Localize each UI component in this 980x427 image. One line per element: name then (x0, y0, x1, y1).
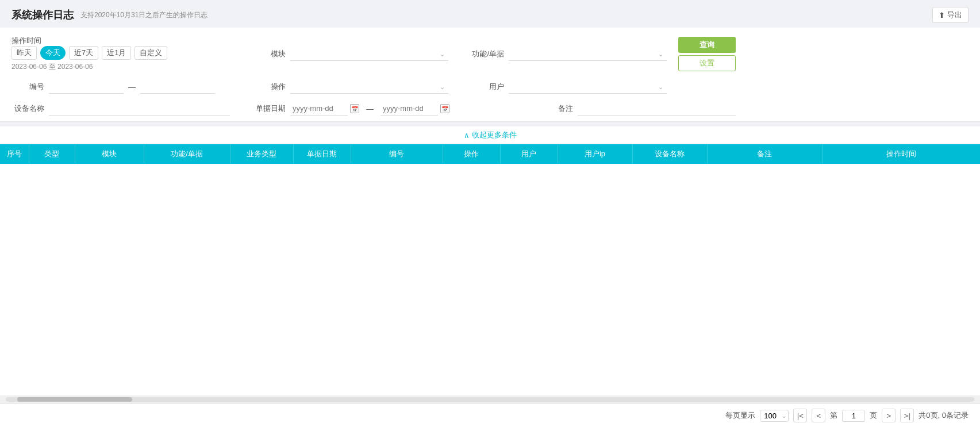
docdate-filter-section: 单据日期 📅 — 📅 (230, 102, 517, 116)
num-dash: — (124, 83, 140, 91)
remark-label: 备注 (540, 103, 578, 114)
op-label: 操作 (253, 82, 290, 92)
scrollbar-thumb[interactable] (17, 397, 132, 402)
op-select-wrap: ⌄ (290, 80, 448, 94)
action-buttons: 查询 设置 (667, 37, 736, 71)
col-num: 编号 (351, 144, 443, 164)
settings-button[interactable]: 设置 (678, 55, 736, 71)
col-op: 操作 (443, 144, 500, 164)
time-filter-section: 操作时间 昨天 今天 近7天 近1月 自定义 2023-06-06 至 2023… (11, 36, 230, 72)
module-filter-section: 模块 ⌄ (230, 47, 448, 61)
col-device: 设备名称 (632, 144, 707, 164)
remark-filter-section: 备注 (517, 102, 736, 116)
collapse-button[interactable]: ∧ 收起更多条件 (464, 130, 517, 140)
per-page-select[interactable]: 10 20 50 100 200 (760, 410, 789, 422)
export-label: 导出 (947, 10, 962, 20)
page-prev-button[interactable]: < (812, 409, 825, 422)
func-select-wrap: ⌄ (509, 47, 667, 61)
col-type: 类型 (29, 144, 75, 164)
page-suffix: 页 (870, 410, 877, 421)
device-input[interactable] (49, 102, 230, 116)
time-btn-custom[interactable]: 自定义 (134, 46, 167, 60)
filter-row-1: 操作时间 昨天 今天 近7天 近1月 自定义 2023-06-06 至 2023… (11, 36, 969, 72)
filter-row-3: 设备名称 单据日期 📅 — 📅 备注 (11, 102, 969, 116)
per-page-label: 每页显示 (725, 410, 755, 421)
page-title: 系统操作日志 (11, 8, 74, 22)
docdate-label: 单据日期 (253, 103, 290, 114)
num-input-pair: — (49, 80, 230, 94)
calendar-start-icon[interactable]: 📅 (350, 104, 359, 113)
data-table: 序号 类型 模块 功能/单据 业务类型 单据日期 编号 操作 用户 用户ip 设… (0, 144, 980, 164)
num-filter-section: 编号 — (11, 80, 230, 94)
time-btn-1month[interactable]: 近1月 (102, 46, 131, 60)
col-docdate: 单据日期 (293, 144, 351, 164)
col-op-time: 操作时间 (822, 144, 980, 164)
query-button[interactable]: 查询 (678, 37, 736, 53)
num-input-end[interactable] (140, 80, 215, 94)
module-label: 模块 (253, 49, 290, 59)
func-label: 功能/单据 (471, 49, 509, 59)
col-remark: 备注 (707, 144, 822, 164)
module-select-wrap: ⌄ (290, 47, 448, 61)
page-first-button[interactable]: |< (793, 409, 807, 422)
device-filter-section: 设备名称 (11, 102, 230, 116)
docdate-start-input[interactable] (290, 102, 348, 116)
user-label: 用户 (471, 82, 509, 92)
num-input-start[interactable] (49, 80, 124, 94)
collapse-label: 收起更多条件 (472, 130, 517, 140)
time-label: 操作时间 (11, 36, 46, 45)
device-label: 设备名称 (11, 103, 49, 114)
table-header-row: 序号 类型 模块 功能/单据 业务类型 单据日期 编号 操作 用户 用户ip 设… (0, 144, 980, 164)
col-index: 序号 (0, 144, 29, 164)
num-label: 编号 (11, 82, 49, 92)
scrollbar-track (6, 397, 974, 402)
time-btn-7days[interactable]: 近7天 (69, 46, 98, 60)
time-filter-group: 昨天 今天 近7天 近1月 自定义 2023-06-06 至 2023-06-0… (11, 46, 230, 72)
op-select[interactable] (290, 80, 448, 94)
func-filter-section: 功能/单据 ⌄ (448, 47, 667, 61)
col-biz-type: 业务类型 (230, 144, 293, 164)
col-module: 模块 (75, 144, 144, 164)
pagination-bar: 每页显示 10 20 50 100 200 ⌄ |< < 第 页 > >| 共0… (0, 403, 980, 427)
collapse-bar: ∧ 收起更多条件 (0, 126, 980, 144)
time-buttons: 昨天 今天 近7天 近1月 自定义 (11, 46, 230, 60)
page-container: 系统操作日志 支持2020年10月31日之后产生的操作日志 ⬆ 导出 操作时间 … (0, 0, 980, 427)
calendar-end-icon[interactable]: 📅 (440, 104, 449, 113)
remark-input[interactable] (578, 102, 736, 116)
table-wrap: 序号 类型 模块 功能/单据 业务类型 单据日期 编号 操作 用户 用户ip 设… (0, 144, 980, 395)
export-button[interactable]: ⬆ 导出 (932, 7, 969, 23)
col-func: 功能/单据 (144, 144, 230, 164)
page-header: 系统操作日志 支持2020年10月31日之后产生的操作日志 ⬆ 导出 (0, 0, 980, 28)
user-select-wrap: ⌄ (509, 80, 667, 94)
per-page-select-wrap: 10 20 50 100 200 ⌄ (760, 410, 789, 422)
filter-row-2: 编号 — 操作 ⌄ 用户 (11, 80, 969, 94)
export-icon: ⬆ (939, 11, 945, 20)
horizontal-scrollbar[interactable] (0, 395, 980, 403)
col-user-ip: 用户ip (558, 144, 632, 164)
col-user: 用户 (500, 144, 558, 164)
user-filter-section: 用户 ⌄ (448, 80, 667, 94)
page-subtitle: 支持2020年10月31日之后产生的操作日志 (80, 10, 207, 20)
page-label: 第 (830, 410, 837, 421)
page-last-button[interactable]: >| (900, 409, 914, 422)
filter-panel: 操作时间 昨天 今天 近7天 近1月 自定义 2023-06-06 至 2023… (0, 28, 980, 122)
module-select[interactable] (290, 47, 448, 61)
collapse-chevron-icon: ∧ (464, 131, 470, 140)
time-btn-yesterday[interactable]: 昨天 (11, 46, 37, 60)
docdate-input-wrap: 📅 — 📅 (290, 102, 449, 116)
total-info: 共0页, 0条记录 (918, 410, 969, 421)
time-range-text: 2023-06-06 至 2023-06-06 (11, 62, 230, 72)
op-filter-section: 操作 ⌄ (230, 80, 448, 94)
docdate-dash: — (362, 105, 378, 113)
page-header-left: 系统操作日志 支持2020年10月31日之后产生的操作日志 (11, 8, 207, 22)
page-number-input[interactable] (842, 410, 865, 422)
docdate-end-input[interactable] (381, 102, 438, 116)
func-select[interactable] (509, 47, 667, 61)
user-select[interactable] (509, 80, 667, 94)
page-next-button[interactable]: > (882, 409, 896, 422)
time-btn-today[interactable]: 今天 (40, 46, 66, 60)
